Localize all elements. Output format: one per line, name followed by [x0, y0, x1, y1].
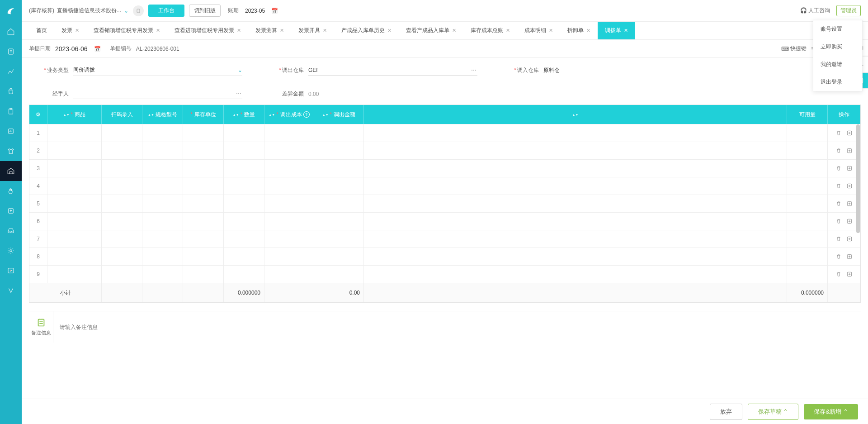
- handler-select[interactable]: ⋯: [73, 89, 242, 99]
- col-spec[interactable]: ▲▼规格型号: [142, 105, 183, 124]
- nav-gear-icon[interactable]: [0, 241, 22, 261]
- add-icon[interactable]: [846, 183, 853, 189]
- delete-icon[interactable]: [835, 218, 842, 224]
- col-available[interactable]: 可用量: [787, 105, 828, 124]
- doc-icon-button[interactable]: [133, 5, 144, 16]
- calendar-icon[interactable]: 📅: [271, 8, 278, 14]
- table-row[interactable]: 9: [29, 265, 860, 283]
- tab-拆卸单[interactable]: 拆卸单✕: [560, 22, 598, 40]
- delete-icon[interactable]: [835, 200, 842, 207]
- close-icon[interactable]: ✕: [75, 28, 79, 33]
- add-icon[interactable]: [846, 200, 853, 207]
- table-row[interactable]: 3: [29, 159, 860, 177]
- table-row[interactable]: 5: [29, 195, 860, 212]
- dropdown-invite[interactable]: 我的邀请: [813, 56, 862, 73]
- delete-icon[interactable]: [835, 236, 842, 242]
- delete-icon[interactable]: [835, 130, 842, 136]
- close-icon[interactable]: ✕: [586, 28, 590, 33]
- nav-clip-icon[interactable]: [0, 101, 22, 121]
- nav-doc-icon[interactable]: [0, 42, 22, 62]
- table-row[interactable]: 6: [29, 212, 860, 230]
- nav-warehouse-icon[interactable]: [0, 161, 22, 181]
- add-icon[interactable]: [846, 148, 853, 154]
- add-icon[interactable]: [846, 271, 853, 277]
- close-icon[interactable]: ✕: [624, 28, 628, 33]
- side-nav: [0, 0, 22, 424]
- close-icon[interactable]: ✕: [280, 28, 284, 33]
- admin-button[interactable]: 管理员: [836, 5, 861, 16]
- dropdown-logout[interactable]: 退出登录: [813, 73, 862, 91]
- nav-home-icon[interactable]: [0, 22, 22, 42]
- tab-查看进项增值税专用发票[interactable]: 查看进项增值税专用发票✕: [167, 22, 248, 40]
- col-gear[interactable]: ⚙: [29, 105, 47, 124]
- biz-type-select[interactable]: 同价调拨⌄: [73, 64, 242, 76]
- note-icon: [36, 318, 46, 328]
- nav-report-icon[interactable]: [0, 121, 22, 141]
- dropdown-buy[interactable]: 立即购买: [813, 38, 862, 56]
- tab-调拨单[interactable]: 调拨单✕: [598, 22, 635, 40]
- table-row[interactable]: 2: [29, 142, 860, 159]
- discard-button[interactable]: 放弃: [710, 404, 742, 420]
- help-icon[interactable]: ?: [303, 111, 310, 118]
- delete-icon[interactable]: [835, 148, 842, 154]
- tab-发票开具[interactable]: 发票开具✕: [291, 22, 334, 40]
- add-icon[interactable]: [846, 130, 853, 136]
- col-scan[interactable]: 扫码录入: [102, 105, 142, 124]
- save-new-button[interactable]: 保存&新增 ⌃: [804, 404, 858, 419]
- remark-input[interactable]: [53, 311, 861, 343]
- close-icon[interactable]: ✕: [549, 28, 553, 33]
- col-qty[interactable]: ▲▼*数量: [224, 105, 264, 124]
- delete-icon[interactable]: [835, 271, 842, 277]
- tab-发票测算[interactable]: 发票测算✕: [248, 22, 291, 40]
- col-out-amount[interactable]: ▲▼*调出金额: [314, 105, 364, 124]
- close-icon[interactable]: ✕: [323, 28, 327, 33]
- nav-bag-icon[interactable]: [0, 81, 22, 101]
- tab-首页[interactable]: 首页: [29, 22, 54, 40]
- add-icon[interactable]: [846, 236, 853, 242]
- tab-查看销项增值税专用发票[interactable]: 查看销项增值税专用发票✕: [86, 22, 167, 40]
- col-out-cost[interactable]: ▲▼*调出成本 ?: [264, 105, 314, 124]
- tab-成本明细[interactable]: 成本明细✕: [517, 22, 560, 40]
- tab-产成品入库单历史[interactable]: 产成品入库单历史✕: [334, 22, 399, 40]
- workbench-button[interactable]: 工作台: [148, 5, 184, 17]
- save-draft-button[interactable]: 保存草稿 ⌃: [748, 404, 799, 420]
- nav-chart-icon[interactable]: [0, 62, 22, 81]
- col-product[interactable]: ▲▼*商品: [47, 105, 102, 124]
- nav-hand-icon[interactable]: [0, 181, 22, 201]
- add-icon[interactable]: [846, 165, 853, 172]
- nav-v-icon[interactable]: [0, 281, 22, 300]
- close-icon[interactable]: ✕: [156, 28, 160, 33]
- table-row[interactable]: 4: [29, 177, 860, 195]
- dropdown-account[interactable]: 账号设置: [813, 20, 862, 38]
- nav-shirt-icon[interactable]: [0, 141, 22, 161]
- tab-查看产成品入库单[interactable]: 查看产成品入库单✕: [399, 22, 463, 40]
- in-wh-select[interactable]: 原料仓: [543, 65, 712, 76]
- calendar-icon[interactable]: 📅: [94, 46, 101, 52]
- period-label: 账期: [228, 7, 239, 14]
- switch-old-button[interactable]: 切到旧版: [189, 5, 221, 17]
- scrollbar[interactable]: [856, 124, 860, 233]
- add-icon[interactable]: [846, 253, 853, 260]
- table-row[interactable]: 8: [29, 248, 860, 265]
- delete-icon[interactable]: [835, 253, 842, 260]
- add-icon[interactable]: [846, 218, 853, 224]
- close-icon[interactable]: ✕: [452, 28, 456, 33]
- doc-date-value[interactable]: 2023-06-06: [55, 45, 88, 52]
- close-icon[interactable]: ✕: [387, 28, 392, 33]
- consult-link[interactable]: 🎧 人工咨询: [800, 7, 830, 14]
- nav-play-icon[interactable]: [0, 261, 22, 281]
- close-icon[interactable]: ✕: [237, 28, 241, 33]
- delete-icon[interactable]: [835, 165, 842, 172]
- out-wh-select[interactable]: GEf⋯: [308, 65, 477, 76]
- close-icon[interactable]: ✕: [506, 28, 510, 33]
- delete-icon[interactable]: [835, 183, 842, 189]
- tab-发票[interactable]: 发票✕: [54, 22, 86, 40]
- table-row[interactable]: 1: [29, 124, 860, 142]
- nav-inbox-icon[interactable]: [0, 221, 22, 241]
- shortcut-link[interactable]: ⌨ 快捷键: [781, 45, 807, 52]
- tab-库存成本总账[interactable]: 库存成本总账✕: [463, 22, 517, 40]
- table-row[interactable]: 7: [29, 230, 860, 248]
- nav-export-icon[interactable]: [0, 201, 22, 221]
- company-selector[interactable]: (库存核算) 直播畅捷通信息技术股份... ⌄: [29, 7, 128, 14]
- col-unit[interactable]: *库存单位: [183, 105, 224, 124]
